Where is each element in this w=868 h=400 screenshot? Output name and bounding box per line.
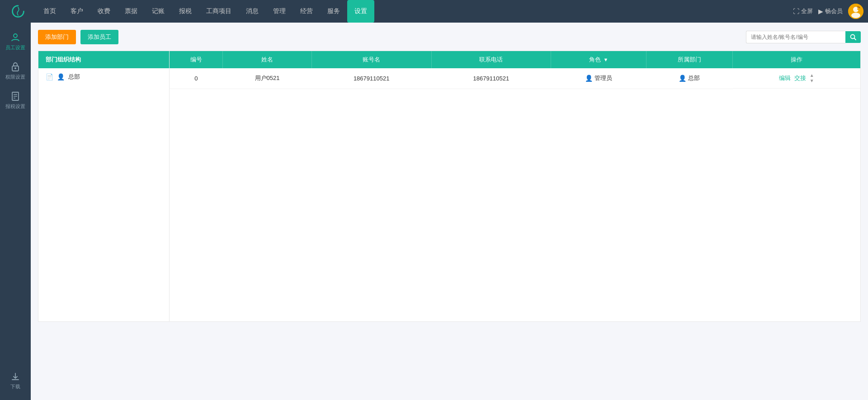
svg-line-13: [854, 38, 856, 40]
add-dept-button[interactable]: 添加部门: [38, 30, 76, 44]
employee-table: 编号 姓名 账号名 联系电话 角色 ▼ 所属部门 操作: [170, 51, 860, 321]
nav-item-customer[interactable]: 客户: [63, 0, 90, 23]
dept-person-icon: 👤: [57, 73, 65, 80]
sidebar-item-download[interactable]: 下载: [0, 366, 31, 395]
col-header-role: 角色 ▼: [551, 51, 646, 68]
col-header-dept: 所属部门: [646, 51, 732, 68]
search-box: [746, 31, 861, 43]
nav-right: ⛶ 全屏 ▶ 畅会员: [793, 4, 863, 19]
sidebar: 员工设置 权限设置 报税设置: [0, 23, 31, 400]
sidebar-item-tax-settings[interactable]: 报税设置: [0, 86, 31, 115]
table-row: 0 用户0521 18679110521 18679110521 👤 管理员 👤…: [170, 68, 860, 89]
avatar[interactable]: [848, 4, 863, 19]
report-icon: [10, 91, 20, 101]
nav-item-fee[interactable]: 收费: [90, 0, 118, 23]
nav-item-settings[interactable]: 设置: [347, 0, 374, 23]
sidebar-item-employee[interactable]: 员工设置: [0, 27, 31, 56]
edit-button[interactable]: 编辑: [779, 74, 791, 82]
nav-item-invoice[interactable]: 票据: [118, 0, 145, 23]
fullscreen-button[interactable]: ⛶ 全屏: [793, 7, 813, 15]
cell-account: 18679110521: [311, 68, 431, 89]
cell-name: 用户0521: [223, 68, 312, 89]
arrow-down-icon[interactable]: ▼: [810, 78, 814, 84]
row-scroll-arrows: ▲ ▼: [808, 73, 816, 84]
table-area: 部门组织结构 📄 👤 总部 编号 姓名 账号名 联系电话: [38, 51, 861, 322]
nav-items: 首页 客户 收费 票据 记账 报税 工商项目 消息 管理 经营 服务 设置: [36, 0, 793, 23]
search-input[interactable]: [746, 31, 845, 43]
cell-dept: 👤 总部: [646, 68, 732, 89]
nav-item-business[interactable]: 工商项目: [199, 0, 239, 23]
nav-item-tax[interactable]: 报税: [172, 0, 199, 23]
file-icon: 📄: [46, 73, 53, 80]
lock-icon: [10, 62, 20, 72]
col-header-op: 操作: [733, 51, 860, 68]
dept-tree-item-general[interactable]: 📄 👤 总部: [38, 68, 169, 85]
dept-tree: 部门组织结构 📄 👤 总部: [38, 51, 170, 321]
cell-no: 0: [170, 68, 223, 89]
table-header-row: 编号 姓名 账号名 联系电话 角色 ▼ 所属部门 操作: [170, 51, 860, 68]
role-filter-icon[interactable]: ▼: [603, 57, 608, 62]
col-header-name: 姓名: [223, 51, 312, 68]
add-emp-button[interactable]: 添加员工: [80, 30, 118, 44]
sidebar-item-permissions[interactable]: 权限设置: [0, 56, 31, 86]
svg-point-4: [14, 34, 17, 38]
col-header-phone: 联系电话: [431, 51, 551, 68]
cell-phone: 18679110521: [431, 68, 551, 89]
person-icon: [10, 33, 20, 42]
member-button[interactable]: ▶ 畅会员: [818, 7, 843, 15]
content-area: 添加部门 添加员工 部门组织结构 📄 👤 总部: [31, 23, 868, 400]
role-value: 管理员: [594, 74, 612, 82]
member-icon: ▶: [818, 8, 823, 15]
arrow-up-icon[interactable]: ▲: [810, 73, 814, 78]
svg-point-3: [857, 8, 859, 10]
nav-item-message[interactable]: 消息: [239, 0, 266, 23]
top-navigation: 首页 客户 收费 票据 记账 报税 工商项目 消息 管理 经营 服务 设置 ⛶ …: [0, 0, 868, 23]
col-header-no: 编号: [170, 51, 223, 68]
nav-item-service[interactable]: 服务: [320, 0, 347, 23]
logo-icon: [10, 3, 26, 19]
col-header-account: 账号名: [311, 51, 431, 68]
download-icon: [10, 372, 20, 381]
cell-op: 编辑 交接 ▲ ▼: [733, 68, 860, 89]
fullscreen-icon: ⛶: [793, 8, 799, 15]
role-person-icon: 👤: [585, 75, 593, 82]
nav-item-home[interactable]: 首页: [36, 0, 63, 23]
cell-role: 👤 管理员: [551, 68, 646, 89]
nav-item-operation[interactable]: 经营: [293, 0, 320, 23]
dept-person-icon-row: 👤: [679, 75, 686, 82]
search-button[interactable]: [845, 31, 861, 43]
fullscreen-label: 全屏: [801, 7, 813, 15]
dept-tree-item-label: 总部: [68, 73, 80, 81]
transfer-button[interactable]: 交接: [794, 74, 806, 82]
search-icon: [850, 34, 856, 40]
sidebar-label-download: 下载: [10, 383, 20, 390]
toolbar: 添加部门 添加员工: [38, 30, 861, 44]
nav-item-accounting[interactable]: 记账: [145, 0, 172, 23]
sidebar-bottom: 下载: [0, 366, 31, 400]
sidebar-label-permissions: 权限设置: [5, 74, 25, 80]
svg-point-6: [14, 67, 16, 69]
dept-tree-header: 部门组织结构: [38, 51, 169, 68]
nav-item-manage[interactable]: 管理: [266, 0, 293, 23]
dept-value: 总部: [688, 74, 700, 82]
sidebar-label-tax-settings: 报税设置: [5, 103, 25, 110]
logo: [5, 3, 32, 19]
main-layout: 员工设置 权限设置 报税设置: [0, 23, 868, 400]
member-label: 畅会员: [825, 7, 843, 15]
svg-point-2: [851, 13, 860, 18]
sidebar-label-employee: 员工设置: [5, 44, 25, 51]
